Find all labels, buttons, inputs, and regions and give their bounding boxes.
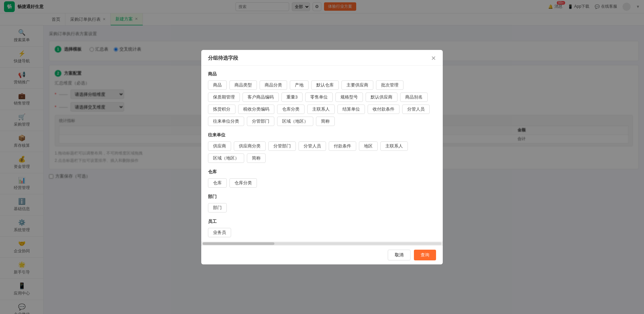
section-title-4: 员工: [208, 218, 436, 225]
field-tag-0-3[interactable]: 产地: [290, 80, 309, 90]
field-tag-0-17[interactable]: 主联系人: [307, 105, 335, 114]
field-tag-2-1[interactable]: 仓库分类: [229, 178, 257, 188]
confirm-button[interactable]: 查询: [414, 250, 436, 260]
field-tag-0-6[interactable]: 批次管理: [376, 80, 404, 90]
modal-overlay: 分组待选字段 ✕ 商品商品商品类型商品分类产地默认仓库主要供应商批次管理保质期管…: [0, 0, 644, 314]
modal-title: 分组待选字段: [208, 55, 238, 61]
modal-header: 分组待选字段 ✕: [201, 50, 443, 66]
field-tag-0-10[interactable]: 零售单位: [305, 92, 333, 102]
section-title-1: 往来单位: [208, 132, 436, 138]
modal-hscroll[interactable]: [201, 242, 443, 245]
modal-footer: 取消 查询: [201, 245, 443, 264]
section-title-3: 部门: [208, 194, 436, 200]
field-tag-0-2[interactable]: 商品分类: [260, 80, 287, 90]
field-tag-1-7[interactable]: 区域（地区）: [208, 153, 244, 163]
field-tag-0-5[interactable]: 主要供应商: [341, 80, 373, 90]
field-tag-1-0[interactable]: 供应商: [208, 141, 231, 151]
field-tag-0-23[interactable]: 区域（地区）: [277, 117, 313, 126]
field-tag-0-13[interactable]: 商品别名: [400, 92, 428, 102]
field-grid-2: 仓库仓库分类: [208, 178, 436, 188]
field-section-4: 员工业务员: [208, 218, 436, 237]
field-tag-0-24[interactable]: 简称: [316, 117, 335, 126]
field-tag-0-0[interactable]: 商品: [208, 80, 227, 90]
field-tag-3-0[interactable]: 部门: [208, 203, 227, 212]
field-tag-0-21[interactable]: 往来单位分类: [208, 117, 244, 126]
field-tag-0-22[interactable]: 分管部门: [247, 117, 274, 126]
field-section-2: 仓库仓库仓库分类: [208, 169, 436, 188]
section-title-0: 商品: [208, 71, 436, 77]
field-tag-4-0[interactable]: 业务员: [208, 228, 231, 237]
field-grid-3: 部门: [208, 203, 436, 212]
field-tag-2-0[interactable]: 仓库: [208, 178, 227, 188]
modal-close-button[interactable]: ✕: [431, 55, 436, 62]
field-tag-0-18[interactable]: 结算单位: [337, 105, 365, 114]
modal-body: 商品商品商品类型商品分类产地默认仓库主要供应商批次管理保质期管理客户商品编码重量…: [201, 66, 443, 242]
field-tag-0-12[interactable]: 默认供应商: [366, 92, 397, 102]
field-grid-4: 业务员: [208, 228, 436, 237]
field-tag-0-8[interactable]: 客户商品编码: [243, 92, 279, 102]
field-tag-1-5[interactable]: 地区: [359, 141, 378, 151]
field-tag-1-6[interactable]: 主联系人: [380, 141, 408, 151]
field-grid-1: 供应商供应商分类分管部门分管人员付款条件地区主联系人区域（地区）简称: [208, 141, 436, 163]
field-tag-0-7[interactable]: 保质期管理: [208, 92, 240, 102]
field-tag-1-2[interactable]: 分管部门: [268, 141, 296, 151]
field-selection-modal: 分组待选字段 ✕ 商品商品商品类型商品分类产地默认仓库主要供应商批次管理保质期管…: [201, 50, 443, 264]
field-tag-0-11[interactable]: 规格型号: [335, 92, 363, 102]
field-tag-0-20[interactable]: 分管人员: [402, 105, 430, 114]
field-section-1: 往来单位供应商供应商分类分管部门分管人员付款条件地区主联系人区域（地区）简称: [208, 132, 436, 163]
field-section-0: 商品商品商品类型商品分类产地默认仓库主要供应商批次管理保质期管理客户商品编码重量…: [208, 71, 436, 126]
field-tag-1-3[interactable]: 分管人员: [299, 141, 326, 151]
field-tag-0-4[interactable]: 默认仓库: [311, 80, 339, 90]
field-tag-0-16[interactable]: 仓库分类: [277, 105, 305, 114]
field-tag-0-9[interactable]: 重量3: [281, 92, 303, 102]
field-grid-0: 商品商品类型商品分类产地默认仓库主要供应商批次管理保质期管理客户商品编码重量3零…: [208, 80, 436, 126]
field-tag-0-15[interactable]: 税收分类编码: [238, 105, 274, 114]
field-tag-0-14[interactable]: 拣货积分: [208, 105, 235, 114]
field-tag-0-1[interactable]: 商品类型: [229, 80, 257, 90]
section-title-2: 仓库: [208, 169, 436, 175]
cancel-button[interactable]: 取消: [388, 250, 411, 260]
field-tag-0-19[interactable]: 收付款条件: [368, 105, 399, 114]
field-tag-1-1[interactable]: 供应商分类: [234, 141, 266, 151]
field-section-3: 部门部门: [208, 194, 436, 212]
field-tag-1-8[interactable]: 简称: [247, 153, 266, 163]
field-tag-1-4[interactable]: 付款条件: [329, 141, 356, 151]
